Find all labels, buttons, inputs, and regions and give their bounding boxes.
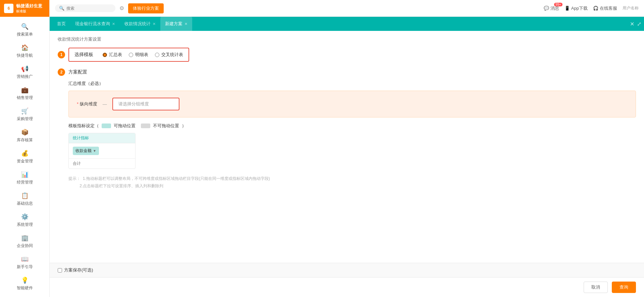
sidebar-item-inventory[interactable]: 📦 库存核算 — [0, 125, 49, 146]
radio-summary-input[interactable] — [103, 53, 107, 57]
dimension-select-placeholder: 请选择分组维度 — [118, 101, 149, 106]
step2-section: 2 方案配置 汇总维度（必选） * 纵向维度 — — [58, 68, 636, 190]
step2-label: 方案配置 — [68, 69, 87, 75]
step1-section: 1 选择模板 汇总表 明细表 — [58, 48, 636, 62]
user-info: 用户名称 — [623, 5, 639, 11]
sidebar-item-finance[interactable]: 💰 资金管理 — [0, 146, 49, 167]
sidebar-item-label: 快捷导航 — [17, 53, 33, 58]
topbar-actions: 💬 消息 99+ 📱 App下载 🎧 在线客服 用户名称 — [544, 5, 639, 11]
sidebar-item-search[interactable]: 🔍 搜索菜单 — [0, 19, 49, 41]
form-container: 收款情况统计方案设置 1 选择模板 汇总表 — [50, 31, 644, 263]
tab-collection-stats[interactable]: 收款情况统计 ✕ — [120, 17, 160, 31]
metrics-tag-amount[interactable]: 收款金额 ▼ — [73, 147, 99, 155]
sidebar-item-collab[interactable]: 🏢 企业协同 — [0, 231, 49, 252]
tab-cash-flow-label: 现金银行流水查询 — [75, 21, 110, 27]
sidebar-item-system[interactable]: ⚙️ 系统管理 — [0, 210, 49, 231]
sidebar-item-label: 系统管理 — [17, 222, 33, 228]
sidebar-item-label: 智能硬件 — [17, 285, 33, 291]
settings-icon[interactable]: ⚙ — [119, 5, 124, 11]
radio-detail-input[interactable] — [129, 53, 133, 57]
tab-new-plan[interactable]: 新建方案 ✕ — [160, 17, 192, 31]
sidebar-item-wechat[interactable]: 💬 企业微信 — [0, 294, 49, 297]
fixed-legend-label: 不可拖动位置 — [153, 123, 179, 129]
metrics-total-cell: 合计 — [69, 158, 135, 168]
radio-summary[interactable]: 汇总表 — [103, 52, 122, 58]
tip1: 提示： 1.拖动标题栏可以调整布局，不可跨维度或指标区域拖动栏目字段(只能在同一… — [68, 175, 636, 183]
industry-btn[interactable]: 体验行业方案 — [128, 3, 164, 13]
step1-header: 1 选择模板 汇总表 明细表 — [58, 48, 636, 62]
dimension-arrow: — — [103, 102, 107, 107]
metrics-tags-area: 收款金额 ▼ — [69, 143, 135, 158]
main-content: 🔍 ⚙ 体验行业方案 💬 消息 99+ 📱 App下载 🎧 在线客服 用户名称 — [50, 0, 644, 297]
sidebar-item-label: 企业协同 — [17, 243, 33, 249]
dimension-select[interactable]: 请选择分组维度 — [112, 98, 179, 110]
tab-cash-flow[interactable]: 现金银行流水查询 ✕ — [70, 17, 120, 31]
radio-cross-input[interactable] — [155, 53, 159, 57]
tab-new-plan-label: 新建方案 — [165, 21, 182, 27]
search-input[interactable] — [66, 6, 107, 11]
dimension-title: 汇总维度（必选） — [68, 81, 636, 87]
sidebar-item-marketing[interactable]: 📢 营销推广 — [0, 62, 49, 83]
sidebar-item-label: 库存核算 — [17, 137, 33, 143]
sidebar-item-management[interactable]: 📊 经营管理 — [0, 167, 49, 189]
sidebar-item-purchase[interactable]: 🛒 采购管理 — [0, 104, 49, 125]
tabbar: 首页 现金银行流水查询 ✕ 收款情况统计 ✕ 新建方案 ✕ ✕ ⤢ — [50, 17, 644, 31]
cancel-button[interactable]: 取消 — [584, 282, 608, 293]
step1-label: 选择模板 — [74, 52, 93, 58]
tab-cash-flow-close[interactable]: ✕ — [112, 22, 115, 26]
app-logo-icon: 6 — [4, 4, 13, 13]
sidebar-item-hardware[interactable]: 💡 智能硬件 — [0, 273, 49, 294]
dimension-row-label: * 纵向维度 — [77, 101, 97, 107]
sidebar-logo: 6 畅捷通好生意 标准版 — [0, 0, 49, 17]
sidebar-item-nav[interactable]: 🏠 快捷导航 — [0, 41, 49, 62]
query-button[interactable]: 查询 — [612, 282, 636, 293]
template-radio-group: 汇总表 明细表 交叉统计表 — [103, 52, 183, 58]
sidebar-item-label: 资金管理 — [17, 158, 33, 164]
step1-num: 1 — [58, 51, 65, 58]
radio-cross-label: 交叉统计表 — [161, 52, 183, 58]
sidebar-item-label: 新手引导 — [17, 264, 33, 270]
close-window-btn[interactable]: ✕ — [630, 21, 634, 27]
config-content: 汇总维度（必选） * 纵向维度 — 请选择分组维度 — [68, 81, 636, 190]
download-btn[interactable]: 📱 App下载 — [565, 5, 588, 11]
tab-collection-stats-close[interactable]: ✕ — [153, 22, 156, 26]
fixed-legend-dot — [141, 123, 150, 128]
service-btn[interactable]: 🎧 在线客服 — [593, 5, 617, 11]
system-icon: ⚙️ — [21, 213, 29, 220]
sidebar-item-label: 营销推广 — [17, 74, 33, 80]
sidebar-item-label: 基础信息 — [17, 201, 33, 206]
message-icon: 💬 — [544, 6, 549, 11]
save-checkbox[interactable] — [58, 268, 62, 273]
metrics-table: 统计指标 收款金额 ▼ 合计 — [68, 133, 136, 169]
sidebar-item-label: 经营管理 — [17, 180, 33, 185]
radio-cross[interactable]: 交叉统计表 — [155, 52, 183, 58]
save-checkbox-label[interactable]: 方案保存(可选) — [58, 267, 93, 273]
tab-home-label: 首页 — [57, 21, 66, 27]
metrics-tag-dropdown-icon[interactable]: ▼ — [93, 149, 96, 153]
sidebar-item-guide[interactable]: 📖 新手引导 — [0, 252, 49, 273]
sidebar-item-sales[interactable]: 💼 销售管理 — [0, 83, 49, 104]
radio-summary-label: 汇总表 — [109, 52, 122, 58]
maximize-btn[interactable]: ⤢ — [637, 21, 641, 27]
step2-num: 2 — [58, 68, 65, 76]
basic-icon: 📋 — [21, 192, 29, 199]
radio-detail[interactable]: 明细表 — [129, 52, 148, 58]
tab-collection-stats-label: 收款情况统计 — [124, 21, 151, 27]
messages-badge: 99+ — [554, 3, 562, 6]
page-title: 收款情况统计方案设置 — [58, 36, 636, 42]
sidebar-item-basic[interactable]: 📋 基础信息 — [0, 189, 49, 210]
marketing-icon: 📢 — [21, 65, 29, 72]
app-name: 畅捷通好生意 — [16, 3, 42, 9]
management-icon: 📊 — [21, 171, 29, 178]
messages-btn[interactable]: 💬 消息 99+ — [544, 5, 559, 11]
movable-legend-dot — [102, 123, 111, 128]
tab-new-plan-close[interactable]: ✕ — [184, 22, 187, 26]
download-label: App下载 — [571, 5, 588, 11]
step2-header: 2 方案配置 — [58, 68, 636, 76]
dimension-row: * 纵向维度 — 请选择分组维度 — [77, 98, 628, 110]
tips-section: 提示： 1.拖动标题栏可以调整布局，不可跨维度或指标区域拖动栏目字段(只能在同一… — [68, 175, 636, 190]
tab-home[interactable]: 首页 — [52, 17, 70, 31]
search-box[interactable]: 🔍 — [55, 4, 115, 12]
sidebar-item-label: 销售管理 — [17, 95, 33, 101]
page-footer: 方案保存(可选) — [50, 263, 644, 277]
